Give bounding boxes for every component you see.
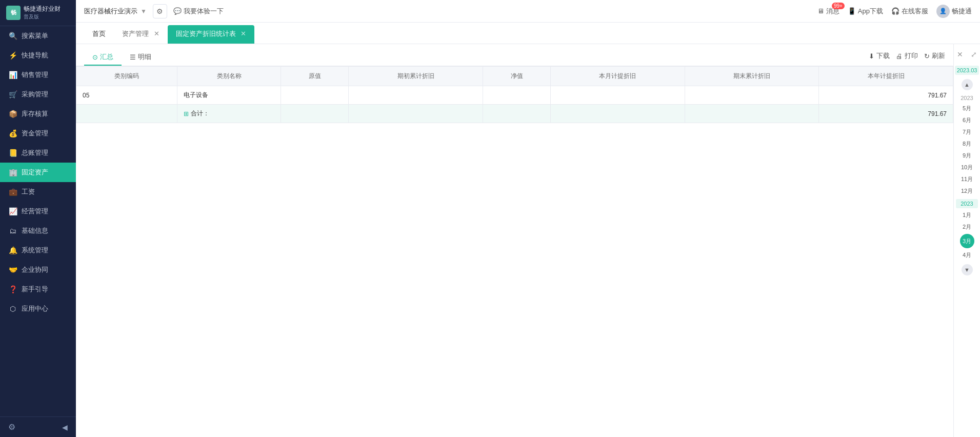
- rp-next-btn[interactable]: ▼: [962, 264, 973, 275]
- top-header: 医疗器械行业演示 ▼ ⚙ 💬 我要体验一下 🖥 消息 99+ 📱 App下载 🎧…: [76, 0, 980, 23]
- sub-tab-summary[interactable]: ⊙ 汇总: [84, 49, 122, 66]
- sidebar-item-ledger[interactable]: 📒 总账管理: [0, 143, 76, 163]
- month-10[interactable]: 10月: [954, 162, 980, 173]
- sidebar-item-guide[interactable]: ❓ 新手引导: [0, 280, 76, 299]
- tab-depreciation-close[interactable]: ✕: [241, 30, 246, 37]
- sidebar-nav: 🔍 搜索菜单 ⚡ 快捷导航 📊 销售管理 🛒 采购管理 📦 库存核算 💰 资金管…: [0, 26, 76, 416]
- month-8[interactable]: 8月: [954, 138, 980, 150]
- message-badge: 99+: [832, 3, 845, 9]
- funds-icon: 💰: [8, 129, 17, 137]
- sidebar-item-purchase[interactable]: 🛒 采购管理: [0, 85, 76, 104]
- month-2[interactable]: 2月: [954, 221, 980, 233]
- current-period: 2023.03: [955, 66, 979, 75]
- right-panel-expand[interactable]: ⤢: [971, 50, 977, 58]
- sidebar-item-sales[interactable]: 📊 销售管理: [0, 65, 76, 85]
- sidebar-item-search[interactable]: 🔍 搜索菜单: [0, 26, 76, 46]
- tab-asset-close[interactable]: ✕: [154, 30, 159, 37]
- row-end-cumulative: [685, 86, 819, 105]
- detail-icon: ☰: [130, 53, 136, 61]
- sidebar-label-guide: 新手引导: [22, 285, 48, 294]
- col-net: 净值: [483, 67, 550, 86]
- sidebar-item-system[interactable]: 🔔 系统管理: [0, 241, 76, 260]
- tab-home[interactable]: 首页: [84, 25, 114, 44]
- basic-icon: 🗂: [8, 227, 17, 235]
- rp-prev-btn[interactable]: ▲: [962, 79, 973, 90]
- month-12[interactable]: 12月: [954, 185, 980, 197]
- company-dropdown-icon[interactable]: ▼: [141, 8, 147, 15]
- tab-depreciation-label: 固定资产折旧统计表: [176, 30, 236, 37]
- logo-sub: 普及版: [24, 13, 61, 21]
- sidebar-item-funds[interactable]: 💰 资金管理: [0, 124, 76, 143]
- sidebar-label-salary: 工资: [22, 187, 35, 196]
- sidebar-label-ledger: 总账管理: [22, 148, 48, 157]
- experience-button[interactable]: 💬 我要体验一下: [173, 7, 224, 16]
- sidebar-item-enterprise[interactable]: 🤝 企业协同: [0, 260, 76, 280]
- download-action-icon: ⬇: [869, 52, 874, 60]
- refresh-icon: ↻: [924, 52, 930, 60]
- sidebar-item-quicknav[interactable]: ⚡ 快捷导航: [0, 46, 76, 65]
- sidebar-item-apps[interactable]: ⬡ 应用中心: [0, 299, 76, 319]
- total-cumulative: [349, 105, 483, 123]
- sidebar-item-fixed[interactable]: 🏢 固定资产: [0, 163, 76, 182]
- tab-asset-mgmt[interactable]: 资产管理 ✕: [114, 25, 168, 44]
- content-area: ⊙ 汇总 ☰ 明细 ⬇ 下载 🖨 打印: [76, 44, 980, 437]
- col-cumulative: 期初累计折旧: [349, 67, 483, 86]
- download-label: App下载: [858, 7, 883, 16]
- ledger-icon: 📒: [8, 149, 17, 157]
- print-button[interactable]: 🖨 打印: [896, 51, 918, 61]
- sidebar-label-basic: 基础信息: [22, 226, 48, 235]
- message-button[interactable]: 🖥 消息 99+: [817, 7, 839, 16]
- refresh-button[interactable]: ↻ 刷新: [924, 51, 945, 61]
- guide-icon: ❓: [8, 285, 17, 293]
- sidebar-label-funds: 资金管理: [22, 129, 48, 138]
- report-area: ⊙ 汇总 ☰ 明细 ⬇ 下载 🖨 打印: [76, 44, 953, 437]
- right-panel-close[interactable]: ✕: [957, 50, 963, 58]
- settings-icon[interactable]: ⚙: [8, 422, 15, 432]
- sidebar-item-basic[interactable]: 🗂 基础信息: [0, 221, 76, 241]
- sidebar-label-sales: 销售管理: [22, 70, 48, 80]
- user-menu[interactable]: 👤 畅捷通: [936, 5, 972, 18]
- month-9[interactable]: 9月: [954, 150, 980, 162]
- operations-icon: 📈: [8, 207, 17, 215]
- month-5[interactable]: 5月: [954, 103, 980, 114]
- online-service-button[interactable]: 🎧 在线客服: [891, 7, 928, 16]
- sidebar-item-operations[interactable]: 📈 经营管理: [0, 202, 76, 221]
- experience-icon: 💬: [173, 7, 182, 15]
- sidebar-item-salary[interactable]: 💼 工资: [0, 182, 76, 202]
- user-avatar: 👤: [936, 5, 950, 18]
- header-right: 🖥 消息 99+ 📱 App下载 🎧 在线客服 👤 畅捷通: [817, 5, 972, 18]
- app-download-button[interactable]: 📱 App下载: [848, 7, 883, 16]
- tab-asset-label: 资产管理: [122, 30, 149, 37]
- service-icon: 🎧: [891, 7, 899, 15]
- month-11[interactable]: 11月: [954, 173, 980, 185]
- tabs-bar: 首页 资产管理 ✕ 固定资产折旧统计表 ✕: [76, 23, 980, 44]
- sub-tabs: ⊙ 汇总 ☰ 明细 ⬇ 下载 🖨 打印: [76, 44, 953, 66]
- sub-tab-detail[interactable]: ☰ 明细: [122, 49, 159, 66]
- username: 畅捷通: [952, 7, 972, 16]
- month-1[interactable]: 1月: [954, 209, 980, 221]
- row-cumulative: [349, 86, 483, 105]
- month-3-active[interactable]: 3月: [960, 234, 974, 248]
- tab-depreciation[interactable]: 固定资产折旧统计表 ✕: [168, 25, 255, 44]
- print-label: 打印: [905, 51, 918, 61]
- collapse-icon[interactable]: ◀: [62, 423, 68, 431]
- month-4[interactable]: 4月: [954, 249, 980, 261]
- sidebar-label-purchase: 采购管理: [22, 90, 48, 99]
- sidebar-item-inventory[interactable]: 📦 库存核算: [0, 104, 76, 124]
- inventory-icon: 📦: [8, 110, 17, 118]
- month-7[interactable]: 7月: [954, 126, 980, 138]
- sidebar-label-fixed: 固定资产: [22, 168, 48, 177]
- sub-tabs-left: ⊙ 汇总 ☰ 明细: [84, 49, 159, 66]
- logo-icon: 畅: [6, 6, 21, 20]
- enterprise-icon: 🤝: [8, 266, 17, 274]
- row-net: [483, 86, 550, 105]
- purchase-icon: 🛒: [8, 90, 17, 98]
- month-6[interactable]: 6月: [954, 114, 980, 126]
- download-button[interactable]: ⬇ 下载: [869, 51, 890, 61]
- total-icon: ⊞: [184, 110, 189, 117]
- total-net: [483, 105, 550, 123]
- sales-icon: 📊: [8, 71, 17, 79]
- sidebar-label-quicknav: 快捷导航: [22, 51, 48, 60]
- company-selector[interactable]: 医疗器械行业演示 ▼: [84, 7, 147, 16]
- header-settings-button[interactable]: ⚙: [153, 4, 167, 18]
